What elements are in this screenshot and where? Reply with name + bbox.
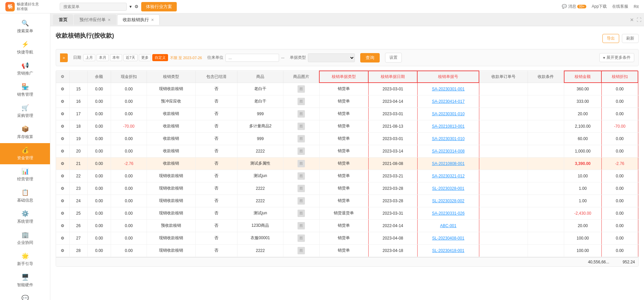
cell-gear[interactable]: ⚙: [56, 108, 69, 120]
cell-voucher-no[interactable]: SA-20230301-010: [417, 132, 479, 145]
cell-gear[interactable]: ⚙: [56, 195, 69, 207]
tab-minimize-icon[interactable]: ✕: [630, 17, 634, 23]
sidebar-item-inventory[interactable]: 📦 库存核算: [0, 122, 50, 143]
cell-voucher-no[interactable]: SL-20230408-001: [417, 232, 479, 244]
voucher-no-link[interactable]: SA-20230321-012: [432, 174, 465, 178]
cell-include-settled: 否: [195, 232, 237, 244]
cell-gear[interactable]: ⚙: [56, 170, 69, 182]
cell-voucher-date: 2023-04-08: [368, 232, 417, 244]
search-input[interactable]: [60, 3, 127, 11]
voucher-no-link[interactable]: SA-20210813-001: [432, 124, 465, 129]
sidebar-item-enterprise[interactable]: 🏢 企业协同: [0, 228, 50, 249]
date-this-month[interactable]: 本月: [97, 54, 109, 61]
tab-receipts[interactable]: 收款核销执行 ✕: [117, 14, 160, 25]
query-button[interactable]: 查询: [360, 53, 380, 62]
gear-icon[interactable]: ⚙: [135, 4, 139, 9]
date-custom[interactable]: 自定义: [152, 54, 168, 61]
cell-voucher-type: 销货单: [319, 145, 368, 157]
sidebar-item-system[interactable]: ⚙️ 系统管理: [0, 207, 50, 228]
cell-gear[interactable]: ⚙: [56, 120, 69, 132]
tab-prepay[interactable]: 预付冲应付单 ✕: [74, 14, 116, 25]
app-download-link[interactable]: App下载: [592, 4, 607, 9]
cell-voucher-no[interactable]: ABC-001: [417, 219, 479, 232]
date-last-7days[interactable]: 近7天: [123, 54, 138, 61]
cell-voucher-no[interactable]: SA-20230314-008: [417, 145, 479, 157]
cell-voucher-no[interactable]: SA-20230331-026: [417, 207, 479, 219]
cell-voucher-no[interactable]: SA-20230301-010: [417, 108, 479, 120]
cell-voucher-no[interactable]: SL-20230418-001: [417, 244, 479, 257]
cell-verify-amount: 1.00: [564, 195, 601, 207]
setting-button[interactable]: 设置: [385, 53, 402, 62]
sidebar-item-quick-nav[interactable]: ⚡ 快捷导航: [0, 37, 50, 58]
cell-balance: 0.00: [87, 83, 111, 95]
cell-voucher-no[interactable]: SL-20230328-001: [417, 182, 479, 195]
voucher-no-link[interactable]: SL-20230418-001: [432, 248, 464, 253]
sidebar-item-finance[interactable]: 💰 资金管理: [0, 143, 50, 164]
voucher-no-link[interactable]: SL-20230328-002: [432, 199, 464, 203]
refresh-button[interactable]: 刷新: [622, 34, 639, 43]
sidebar-item-hardware[interactable]: 🖥️ 智能硬件: [0, 270, 50, 291]
cell-gear[interactable]: ⚙: [56, 219, 69, 232]
voucher-no-link[interactable]: SA-20230331-026: [432, 211, 465, 216]
voucher-no-link[interactable]: SL-20230408-001: [432, 236, 464, 241]
cell-gear[interactable]: ⚙: [56, 157, 69, 170]
voucher-no-link[interactable]: SA-20230414-017: [432, 99, 465, 104]
cell-voucher-no[interactable]: SA-20230321-012: [417, 170, 479, 182]
sidebar-item-guide[interactable]: 🌟 新手引导: [0, 249, 50, 270]
product-image-icon: 图: [298, 197, 305, 205]
partner-input[interactable]: [225, 54, 279, 62]
cell-balance: 0.00: [87, 132, 111, 145]
th-seq: [69, 71, 87, 83]
voucher-no-link[interactable]: SA-20230314-008: [432, 149, 465, 154]
expand-more-button[interactable]: ▾ 展开更多条件: [599, 53, 634, 62]
online-service-link[interactable]: 在线客服: [612, 4, 628, 9]
tab-maximize-icon[interactable]: ⛶: [637, 17, 641, 23]
voucher-no-link[interactable]: SA-20210808-001: [432, 161, 465, 166]
cell-include-settled: 否: [195, 145, 237, 157]
voucher-no-link[interactable]: SL-20230328-001: [432, 186, 464, 191]
date-more[interactable]: 更多: [139, 54, 151, 61]
export-button[interactable]: 导出: [602, 34, 619, 43]
cell-gear[interactable]: ⚙: [56, 132, 69, 145]
tab-home[interactable]: 首页: [53, 14, 73, 25]
cell-verify-amount: 20.00: [564, 108, 601, 120]
industry-solution-button[interactable]: 体验行业方案: [141, 2, 177, 11]
cell-voucher-no[interactable]: SA-20230301-001: [417, 83, 479, 95]
sidebar-item-search[interactable]: 🔍 搜索菜单: [0, 16, 50, 37]
sidebar-item-operations[interactable]: 📊 经营管理: [0, 164, 50, 185]
message-icon[interactable]: 💬 消息 99+: [562, 4, 586, 9]
cell-gear[interactable]: ⚙: [56, 207, 69, 219]
date-this-year[interactable]: 本年: [110, 54, 122, 61]
cell-include-settled: 否: [195, 95, 237, 108]
voucher-no-link[interactable]: SA-20230301-010: [432, 112, 465, 116]
tab-prepay-close-icon[interactable]: ✕: [108, 18, 111, 22]
voucher-no-link[interactable]: ABC-001: [440, 223, 457, 228]
cell-voucher-no[interactable]: SA-20210808-001: [417, 157, 479, 170]
voucher-no-link[interactable]: SA-20230301-010: [432, 136, 465, 141]
voucher-no-link[interactable]: SA-20230301-001: [432, 87, 465, 91]
cell-gear[interactable]: ⚙: [56, 145, 69, 157]
voucher-type-select[interactable]: [308, 53, 355, 62]
sidebar-item-wechat[interactable]: 💬 企业微信: [0, 291, 50, 300]
cell-gear[interactable]: ⚙: [56, 83, 69, 95]
partner-more-icon[interactable]: ···: [281, 55, 284, 60]
filter-expand-button[interactable]: »: [60, 53, 68, 62]
table-row: ⚙ 28 0.00 0.00 现销收款核销 否 2222 图 销货单 2023-…: [56, 244, 638, 257]
sidebar-item-purchase[interactable]: 🛒 采购管理: [0, 101, 50, 122]
cell-voucher-no[interactable]: SA-20210813-001: [417, 120, 479, 132]
cell-gear[interactable]: ⚙: [56, 232, 69, 244]
cell-gear[interactable]: ⚙: [56, 244, 69, 257]
cell-voucher-date: 2021-08-13: [368, 120, 417, 132]
cell-receipt-condition: [528, 108, 564, 120]
cell-voucher-no[interactable]: SL-20230328-002: [417, 195, 479, 207]
sidebar-item-sales[interactable]: 🏪 销售管理: [0, 80, 50, 101]
th-gear[interactable]: ⚙: [56, 71, 69, 83]
cell-gear[interactable]: ⚙: [56, 182, 69, 195]
sidebar-item-marketing[interactable]: 📢 营销推广: [0, 58, 50, 80]
content-area: 收款核销执行(按收款) 导出 刷新 » 日期 上月 本月 本年 近7天 更多: [50, 26, 644, 300]
tab-receipts-close-icon[interactable]: ✕: [151, 18, 154, 22]
sidebar-item-basic[interactable]: 📋 基础信息: [0, 185, 50, 207]
cell-voucher-no[interactable]: SA-20230414-017: [417, 95, 479, 108]
cell-gear[interactable]: ⚙: [56, 95, 69, 108]
date-last-month[interactable]: 上月: [83, 54, 95, 61]
